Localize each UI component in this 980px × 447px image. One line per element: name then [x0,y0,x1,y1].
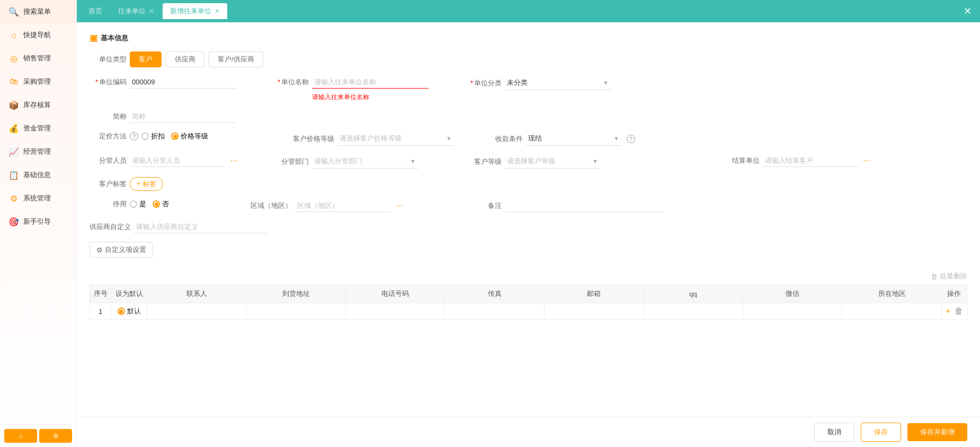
payment-terms-chevron: ▼ [613,135,619,142]
save-new-button[interactable]: 保存并新增 [907,423,967,441]
cancel-button[interactable]: 取消 [814,423,854,442]
section-header: ▣ 基本信息 [90,33,967,43]
pricing-method-label: 定价方法 [90,132,127,141]
customer-price-label: 客户价格等级 [293,134,334,144]
col-qq: qq [644,285,743,303]
tab-new-partner-close[interactable]: ✕ [215,7,220,15]
tab-partners-close[interactable]: ✕ [149,7,154,15]
disable-field: 停用 是 否 [90,199,238,209]
radio-disable-yes[interactable]: 是 [130,199,146,209]
sidebar-item-system[interactable]: ⚙ 系统管理 [0,187,76,210]
type-btn-supplier[interactable]: 供应商 [166,51,204,67]
batch-delete-btn[interactable]: 🗑 批量删除 [931,271,967,281]
sidebar-item-inventory[interactable]: 📦 库存核算 [0,93,76,117]
payment-terms-help-icon[interactable]: ? [627,135,635,143]
customer-level-label: 客户等级 [465,157,502,166]
settings-shortcut-btn[interactable]: ⚙ [39,429,72,443]
type-btn-customer[interactable]: 客户 [130,51,162,67]
cell-email[interactable] [544,303,644,320]
unit-code-field: 单位编码 [90,76,259,89]
tab-partners[interactable]: 往来单位 ✕ [111,3,162,19]
customer-price-chevron: ▼ [446,135,452,142]
col-default: 设为默认 [111,285,147,303]
dept-select[interactable]: 请输入分管部门 ▼ [312,154,418,169]
radio-yes-circle [130,200,137,208]
tab-new-partner[interactable]: 新增往来单位 ✕ [163,3,227,19]
search-icon: 🔍 [8,6,19,17]
sidebar: 🔍 搜索菜单 ⌂ 快捷导航 ◎ 销售管理 🛍 采购管理 📦 库存核算 💰 资金管… [0,0,77,447]
add-tag-btn[interactable]: + 标签 [130,177,163,191]
remark-label: 备注 [465,201,502,211]
col-seq: 序号 [90,285,111,303]
tab-home[interactable]: 首页 [81,3,110,19]
unit-name-input[interactable] [312,76,429,89]
cell-phone[interactable] [345,303,445,320]
contact-table: 序号 设为默认 联系人 到货地址 电话号码 传真 邮箱 qq 微信 所在地区 操… [90,284,967,320]
type-btn-both[interactable]: 客户/供应商 [209,51,263,67]
payment-terms-label: 收款条件 [486,134,523,144]
customer-price-field: 客户价格等级 请选择客户价格等级 ▼ [293,132,473,146]
sidebar-item-basic[interactable]: 📋 基础信息 [0,163,76,187]
custom-settings-btn[interactable]: ⚙ 自定义项设置 [90,242,153,258]
customer-tag-label: 客户标签 [90,179,127,189]
home-shortcut-btn[interactable]: ⌂ [4,429,37,443]
cell-qq[interactable] [644,303,743,320]
pricing-radio-group: 折扣 价格等级 [141,132,208,141]
disable-radio-group: 是 否 [130,199,169,209]
row-add-btn[interactable]: + [946,306,950,316]
pricing-help-icon[interactable]: ? [130,132,138,141]
customer-level-select[interactable]: 请选择客户等级 ▼ [505,154,600,169]
manager-more-btn[interactable]: ··· [228,156,239,165]
supplier-custom-field: 供应商自定义 [90,221,312,233]
short-name-input[interactable] [130,110,236,123]
tab-bar: 首页 往来单位 ✕ 新增往来单位 ✕ ✕ [77,0,980,22]
save-button[interactable]: 保存 [861,423,901,442]
finance-icon: 💰 [8,123,19,134]
sidebar-item-sales[interactable]: ◎ 销售管理 [0,47,76,70]
sidebar-item-quick-nav[interactable]: ⌂ 快捷导航 [0,23,76,47]
unit-class-select[interactable]: 未分类 ▼ [505,76,611,90]
cell-fax[interactable] [445,303,545,320]
sidebar-item-operations[interactable]: 📈 经营管理 [0,140,76,163]
customer-price-select[interactable]: 请选择客户价格等级 ▼ [337,132,454,146]
unit-type-row: 单位类型 客户 供应商 客户/供应商 [90,51,967,67]
col-contact: 联系人 [147,285,246,303]
settlement-more-btn[interactable]: ··· [861,156,872,165]
radio-discount-circle [141,133,149,140]
tab-bar-close-btn[interactable]: ✕ [959,5,976,17]
manager-input[interactable] [130,154,225,167]
remark-field: 备注 [465,199,967,212]
cell-address[interactable] [246,303,346,320]
supplier-custom-input[interactable] [134,221,266,233]
guide-icon: 🎯 [8,216,19,227]
col-phone: 电话号码 [345,285,445,303]
operations-icon: 📈 [8,146,19,157]
payment-terms-select[interactable]: 现结 ▼ [526,132,621,146]
sidebar-item-purchase[interactable]: 🛍 采购管理 [0,70,76,93]
radio-price-level[interactable]: 价格等级 [171,132,208,141]
row-default-radio[interactable] [118,308,125,315]
remark-input[interactable] [505,199,664,212]
basic-icon: 📋 [8,170,19,180]
row-delete-btn[interactable]: 🗑 [955,306,963,316]
radio-discount[interactable]: 折扣 [141,132,165,141]
home-icon: ⌂ [8,30,19,40]
sidebar-item-guide[interactable]: 🎯 新手引导 [0,210,76,233]
region-more-btn[interactable]: ··· [394,201,405,211]
cell-contact[interactable] [147,303,246,320]
radio-no-circle [153,200,160,208]
settlement-unit-input[interactable] [763,154,858,167]
cell-region[interactable] [842,303,942,320]
sidebar-item-finance[interactable]: 💰 资金管理 [0,117,76,140]
unit-code-label: 单位编码 [90,77,127,87]
col-action: 操作 [941,285,967,303]
region-input[interactable] [295,199,390,212]
radio-disable-no[interactable]: 否 [153,199,169,209]
sidebar-item-search[interactable]: 🔍 搜索菜单 [0,0,76,23]
unit-code-input[interactable] [130,76,236,89]
cell-wechat[interactable] [743,303,842,320]
customer-level-chevron: ▼ [592,158,598,164]
col-fax: 传真 [445,285,545,303]
unit-class-field: 单位分类 未分类 ▼ [465,76,967,90]
dept-field: 分管部门 请输入分管部门 ▼ [272,154,452,169]
